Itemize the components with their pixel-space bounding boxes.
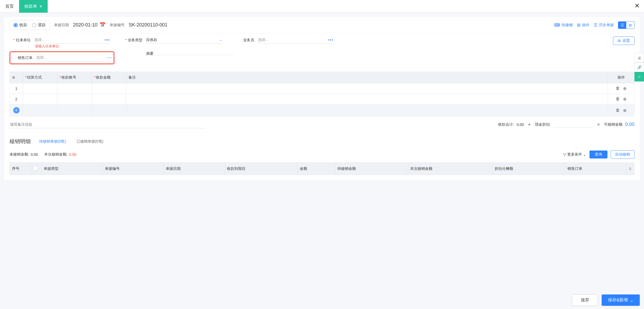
grid-icon: ⊞ bbox=[577, 22, 580, 28]
salesperson-select[interactable]: 选择... ••• bbox=[257, 37, 334, 44]
cell-amount[interactable] bbox=[92, 83, 126, 94]
view-switch: ☰ ⊞ bbox=[618, 21, 634, 29]
more-cond-label: 更多条件 bbox=[567, 152, 582, 157]
side-print-icon[interactable]: 🖨 bbox=[634, 53, 644, 62]
col-method-header: 结算方式 bbox=[27, 75, 42, 79]
equals-sign: = bbox=[597, 122, 600, 127]
tab-home[interactable]: 首页 bbox=[0, 0, 19, 13]
shortcut-button[interactable]: ⌨ 快捷键 bbox=[554, 22, 573, 28]
side-link-icon[interactable]: 🔗 bbox=[634, 62, 644, 72]
plus-sign: + bbox=[528, 122, 530, 127]
tab-done[interactable]: 已核销单据(0笔) bbox=[74, 138, 105, 145]
biz-type-label: 业务类型 bbox=[128, 38, 142, 42]
verify-section: 核销明细 待核销单据(0笔) 已核销单据(0笔) 未核销金额: 0.00 本次核… bbox=[4, 133, 640, 180]
tab-receipt[interactable]: 收款单 ✕ bbox=[19, 0, 48, 13]
cell-amount[interactable] bbox=[92, 94, 126, 104]
sales-order-highlight: 销售订单 选择... ••• bbox=[10, 51, 114, 64]
radio-refund-label: 退款 bbox=[38, 22, 46, 28]
close-page-icon[interactable]: ✕ bbox=[634, 2, 640, 10]
cell-remark[interactable] bbox=[126, 94, 608, 104]
this-amt-value: 0.00 bbox=[69, 152, 76, 157]
more-conditions-button[interactable]: ▽ 更多条件 ⌄ bbox=[563, 152, 586, 157]
salesperson-field: 业务员 选择... ••• bbox=[233, 37, 334, 44]
col-amount-header: 收款金额 bbox=[96, 75, 111, 79]
add-row-button[interactable]: + bbox=[13, 107, 20, 113]
unit-select[interactable]: 选择... ••• bbox=[34, 37, 111, 44]
copy-icon[interactable]: ⊕ bbox=[623, 108, 627, 113]
doc-no-value: SK-20200110-001 bbox=[129, 22, 167, 28]
cell-account[interactable] bbox=[57, 83, 92, 94]
shortcut-label: 快捷键 bbox=[562, 23, 573, 28]
delete-icon[interactable]: 🗑 bbox=[616, 97, 620, 102]
summary-field: 摘要 bbox=[132, 51, 234, 56]
ellipsis-icon: ••• bbox=[328, 38, 334, 42]
col-order-header: 销售订单 bbox=[565, 163, 627, 175]
cell-method[interactable] bbox=[23, 94, 57, 104]
header-bar: 收款 退款 单据日期 2020-01-10 📅 单据编号 SK-20200110… bbox=[4, 17, 640, 33]
query-button[interactable]: 查询 bbox=[589, 151, 607, 158]
available-value: 0.00 bbox=[625, 122, 634, 127]
pending-amt-label: 未核销金额: bbox=[10, 152, 29, 157]
sort-icon[interactable]: ⇅ bbox=[629, 167, 632, 171]
radio-receive[interactable]: 收款 bbox=[14, 22, 27, 28]
chevron-down-icon: ⌄ bbox=[583, 152, 586, 157]
pending-amt-value: 0.00 bbox=[31, 152, 38, 157]
view-card-button[interactable]: ⊞ bbox=[626, 22, 634, 29]
settings-label: 设置 bbox=[623, 38, 630, 43]
sales-order-label: 销售订单 bbox=[11, 56, 33, 60]
discount-input[interactable] bbox=[553, 122, 593, 128]
close-tab-icon[interactable]: ✕ bbox=[39, 0, 42, 13]
col-no-header: 单据编号 bbox=[102, 163, 164, 175]
select-all-checkbox[interactable] bbox=[33, 166, 38, 171]
date-value: 2020-01-10 bbox=[73, 22, 97, 28]
cell-remark[interactable] bbox=[126, 83, 608, 94]
add-row: + 🗑⊕ bbox=[10, 104, 634, 116]
biz-type-select[interactable]: 应收款 ⌄ bbox=[146, 37, 222, 44]
tab-pending[interactable]: 待核销单据(0笔) bbox=[37, 138, 68, 145]
date-picker[interactable]: 2020-01-10 📅 bbox=[73, 22, 105, 28]
cell-account[interactable] bbox=[57, 94, 92, 104]
gear-icon: ⚙ bbox=[618, 39, 621, 43]
verify-table: 序号 单据类型 单据编号 单据日期 收款到期日 金额 待核销金额 本次核销金额 … bbox=[10, 162, 634, 175]
col-discount-header: 折扣分摊额 bbox=[493, 163, 565, 175]
copy-icon[interactable]: ⊕ bbox=[623, 86, 627, 91]
keyboard-icon: ⌨ bbox=[554, 22, 560, 28]
biz-type-value: 应收款 bbox=[146, 38, 157, 42]
verify-title: 核销明细 bbox=[10, 138, 31, 145]
receipt-type-radio-group: 收款 退款 bbox=[10, 20, 50, 30]
discount-label: 现金折扣: bbox=[535, 122, 551, 127]
side-expand-icon[interactable]: ⤢ bbox=[634, 72, 644, 81]
operation-button[interactable]: ⊞ 操作 bbox=[577, 22, 589, 28]
salesperson-label: 业务员 bbox=[233, 38, 254, 43]
history-button[interactable]: ☰ 历史单据 bbox=[594, 22, 614, 28]
row-index: 2 bbox=[10, 94, 23, 104]
auto-verify-button[interactable]: 自动核销 bbox=[611, 150, 634, 159]
settings-button[interactable]: ⚙ 设置 bbox=[613, 37, 634, 45]
remark-input[interactable] bbox=[10, 121, 205, 128]
summary-input[interactable] bbox=[157, 53, 234, 55]
table-row: 1 🗑⊕ bbox=[10, 83, 634, 94]
operation-label: 操作 bbox=[582, 23, 589, 28]
radio-icon-checked bbox=[14, 23, 18, 27]
col-remark-header: 备注 bbox=[126, 72, 608, 83]
unit-field: *往来单位 选择... ••• 请输入往来单位 bbox=[10, 37, 111, 44]
col-amount-header: 金额 bbox=[298, 163, 335, 175]
list-icon: ☰ bbox=[594, 22, 597, 28]
delete-icon[interactable]: 🗑 bbox=[616, 86, 620, 91]
payment-table: ⚙ *结算方式 *收款账号 *收款金额 备注 操作 1 🗑⊕ bbox=[10, 72, 634, 116]
radio-icon bbox=[32, 23, 36, 27]
sales-order-field: 销售订单 选择... ••• bbox=[11, 54, 113, 61]
radio-refund[interactable]: 退款 bbox=[32, 22, 46, 28]
table-row: 2 🗑⊕ bbox=[10, 94, 634, 104]
gear-icon[interactable]: ⚙ bbox=[12, 75, 15, 80]
copy-icon[interactable]: ⊕ bbox=[623, 97, 627, 102]
date-label: 单据日期 bbox=[54, 23, 69, 28]
summary-row: 收款合计: 0.00 + 现金折扣: = 可核销金额 0.00 bbox=[4, 116, 640, 133]
col-ops-header: 操作 bbox=[608, 72, 634, 83]
sales-order-select[interactable]: 选择... ••• bbox=[36, 54, 113, 61]
delete-icon[interactable]: 🗑 bbox=[616, 108, 620, 113]
tab-receipt-label: 收款单 bbox=[24, 0, 37, 13]
cell-method[interactable] bbox=[23, 83, 57, 94]
col-idx-header: 序号 bbox=[10, 163, 31, 175]
view-list-button[interactable]: ☰ bbox=[618, 22, 626, 29]
